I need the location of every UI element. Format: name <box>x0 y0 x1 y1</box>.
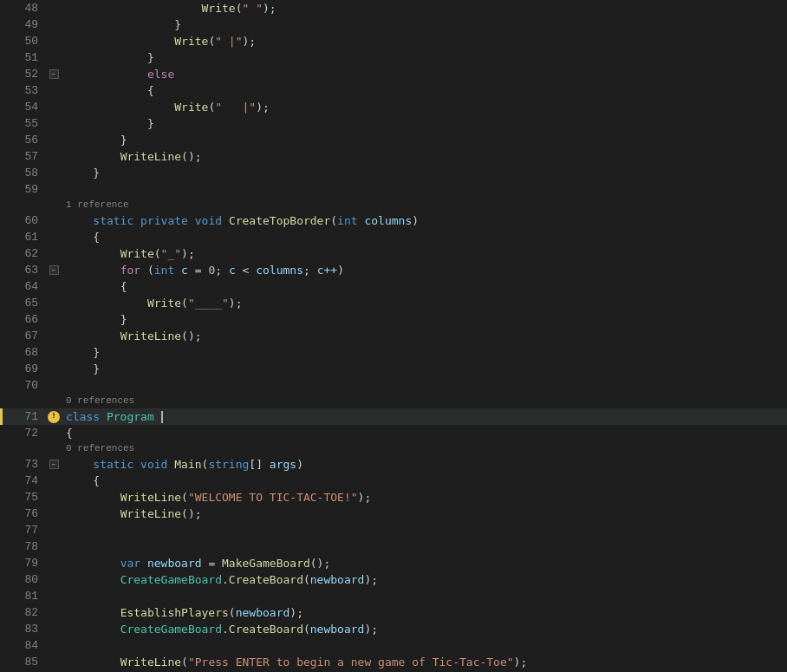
code-line: 50 Write(" |"); <box>0 33 787 49</box>
active-line-indicator <box>0 408 3 425</box>
line-number: 82 <box>0 604 45 621</box>
line-gutter <box>45 82 62 99</box>
code-line: 84 <box>0 637 787 654</box>
code-line: 58 } <box>0 165 787 181</box>
code-line: 51 } <box>0 49 787 66</box>
line-code: WriteLine(); <box>62 328 787 344</box>
line-gutter <box>45 621 62 637</box>
line-number: 56 <box>0 132 45 148</box>
line-gutter <box>45 245 62 262</box>
line-number: 72 <box>0 425 45 441</box>
line-code <box>62 377 787 394</box>
line-gutter <box>45 181 62 198</box>
code-line: 61 { <box>0 229 787 245</box>
collapse-button[interactable]: − <box>49 265 59 275</box>
line-code: WriteLine(); <box>62 148 787 165</box>
line-number: 60 <box>0 212 45 229</box>
line-gutter <box>45 132 62 148</box>
line-number: 84 <box>0 637 45 654</box>
line-gutter <box>45 473 62 489</box>
code-line: 53 { <box>0 82 787 99</box>
line-number: 66 <box>0 311 45 328</box>
code-line: 73− static void Main(string[] args) <box>0 456 787 473</box>
code-line: 72{ <box>0 425 787 441</box>
line-code: } <box>62 132 787 148</box>
line-number: 85 <box>0 654 45 670</box>
line-number: 67 <box>0 328 45 344</box>
line-gutter <box>45 328 62 344</box>
code-line: 76 WriteLine(); <box>0 506 787 522</box>
line-gutter <box>45 588 62 604</box>
line-number: 53 <box>0 82 45 99</box>
line-gutter <box>45 425 62 441</box>
line-code <box>62 637 787 654</box>
line-gutter <box>45 604 62 621</box>
line-gutter: − <box>45 456 62 473</box>
line-code: } <box>62 311 787 328</box>
line-gutter <box>45 344 62 361</box>
ref-label-row: 1 reference <box>0 198 787 212</box>
line-code: Write("_"); <box>62 245 787 262</box>
line-code: CreateGameBoard.CreateBoard(newboard); <box>62 621 787 637</box>
line-gutter <box>45 33 62 49</box>
line-number: 57 <box>0 148 45 165</box>
text-cursor <box>161 411 163 423</box>
line-number: 73 <box>0 456 45 473</box>
line-gutter <box>45 538 62 555</box>
code-line: 68 } <box>0 344 787 361</box>
collapse-button[interactable]: − <box>49 69 59 79</box>
line-code: Write(" |"); <box>62 99 787 115</box>
code-line: 52− else <box>0 66 787 82</box>
code-line: 55 } <box>0 115 787 132</box>
line-code <box>62 181 787 198</box>
line-number: 64 <box>0 278 45 295</box>
line-number: 74 <box>0 473 45 489</box>
collapse-button[interactable]: − <box>49 460 59 469</box>
line-code <box>62 538 787 555</box>
line-gutter <box>45 311 62 328</box>
code-line: 62 Write("_"); <box>0 245 787 262</box>
line-number: 71 <box>0 408 45 425</box>
line-number: 79 <box>0 555 45 571</box>
line-code: } <box>62 16 787 33</box>
line-number: 62 <box>0 245 45 262</box>
line-code: { <box>62 82 787 99</box>
ref-count-label: 1 reference <box>62 198 129 212</box>
line-gutter <box>45 0 62 16</box>
line-gutter <box>45 115 62 132</box>
line-gutter <box>45 555 62 571</box>
line-number: 55 <box>0 115 45 132</box>
line-number: 76 <box>0 506 45 522</box>
code-editor: 48 Write(" ");49 }50 Write(" |");51 }52−… <box>0 0 787 672</box>
ref-label-row: 0 references <box>0 394 787 408</box>
line-gutter <box>45 654 62 670</box>
line-code: else <box>62 66 787 82</box>
code-line: 75 WriteLine("WELCOME TO TIC-TAC-TOE!"); <box>0 489 787 506</box>
line-code: CreateGameBoard.CreateBoard(newboard); <box>62 571 787 588</box>
code-line: 59 <box>0 181 787 198</box>
code-line: 66 } <box>0 311 787 328</box>
line-number: 83 <box>0 621 45 637</box>
code-line: 49 } <box>0 16 787 33</box>
line-gutter <box>45 637 62 654</box>
line-code: var newboard = MakeGameBoard(); <box>62 555 787 571</box>
code-line: 77 <box>0 522 787 538</box>
line-gutter <box>45 522 62 538</box>
code-line: 78 <box>0 538 787 555</box>
line-number: 78 <box>0 538 45 555</box>
code-line: 70 <box>0 377 787 394</box>
line-code: { <box>62 278 787 295</box>
warning-icon: ! <box>48 411 60 423</box>
line-gutter: ! <box>45 408 62 425</box>
line-gutter <box>45 165 62 181</box>
line-code: { <box>62 473 787 489</box>
line-code: static private void CreateTopBorder(int … <box>62 212 787 229</box>
line-number: 59 <box>0 181 45 198</box>
line-number: 61 <box>0 229 45 245</box>
code-line: 60 static private void CreateTopBorder(i… <box>0 212 787 229</box>
line-code: WriteLine("WELCOME TO TIC-TAC-TOE!"); <box>62 489 787 506</box>
line-gutter <box>45 361 62 377</box>
line-code <box>62 588 787 604</box>
line-code: } <box>62 115 787 132</box>
line-code: EstablishPlayers(newboard); <box>62 604 787 621</box>
